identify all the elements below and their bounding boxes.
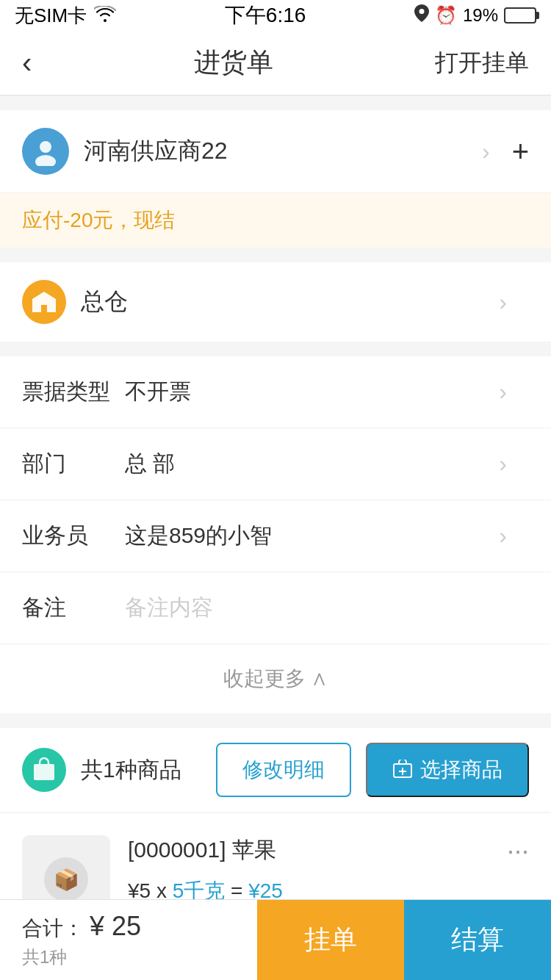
section-gap-3 [0, 342, 551, 356]
location-icon [414, 4, 429, 26]
product-title: 苹果 [232, 837, 276, 862]
battery-percent: 19% [463, 5, 498, 26]
staff-label: 业务员 [22, 521, 125, 551]
status-bar-time: 下午6:16 [225, 1, 306, 29]
total-count: 共1种 [22, 945, 235, 969]
section-gap-4 [0, 713, 551, 728]
edit-detail-button[interactable]: 修改明细 [216, 743, 351, 797]
collapse-label: 收起更多 ∧ [223, 667, 328, 690]
add-supplier-button[interactable]: + [512, 135, 529, 168]
total-section: 合计： ¥ 25 共1种 [0, 900, 257, 980]
remark-input[interactable]: 备注内容 [125, 593, 529, 623]
supplier-section: 河南供应商22 › + 应付-20元，现结 [0, 110, 551, 248]
notice-text: 应付-20元，现结 [22, 209, 175, 231]
warehouse-icon [22, 280, 66, 324]
staff-row[interactable]: 业务员 这是859的小智 › [0, 500, 551, 572]
back-button[interactable]: ‹ [22, 46, 32, 79]
warehouse-name: 总仓 [81, 286, 499, 318]
warehouse-row[interactable]: 总仓 › [0, 262, 551, 342]
remark-label: 备注 [22, 593, 125, 623]
dept-row[interactable]: 部门 总 部 › [0, 428, 551, 500]
warehouse-chevron-icon: › [499, 289, 507, 316]
svg-text:📦: 📦 [54, 868, 79, 892]
collapse-button[interactable]: 收起更多 ∧ [0, 644, 551, 713]
checkout-label: 结算 [451, 922, 504, 958]
select-product-button[interactable]: 选择商品 [366, 743, 529, 797]
total-label: 合计： [22, 915, 84, 943]
status-bar-right: ⏰ 19% [414, 4, 536, 26]
invoice-row[interactable]: 票据类型 不开票 › [0, 356, 551, 428]
product-menu-button[interactable]: ··· [507, 835, 529, 866]
section-gap-1 [0, 96, 551, 110]
supplier-avatar [22, 128, 69, 175]
product-count-icon [22, 748, 66, 792]
hang-button[interactable]: 挂单 [257, 900, 404, 980]
supplier-row[interactable]: 河南供应商22 › + [0, 110, 551, 193]
supplier-chevron-icon: › [482, 138, 490, 165]
notice-row: 应付-20元，现结 [0, 193, 551, 248]
product-info: [0000001] 苹果 ¥5 x 5千克 = ¥25 [128, 835, 507, 905]
battery-icon [504, 7, 536, 24]
invoice-value: 不开票 [125, 377, 499, 407]
svg-point-1 [35, 155, 56, 166]
nav-bar: ‹ 进货单 打开挂单 [0, 31, 551, 96]
product-code: [0000001] [128, 837, 226, 862]
bottom-bar: 合计： ¥ 25 共1种 挂单 结算 [0, 899, 551, 980]
total-amount: ¥ 25 [90, 911, 141, 942]
signal-text: 无SIM卡 [15, 3, 87, 29]
svg-point-0 [40, 141, 51, 153]
invoice-label: 票据类型 [22, 377, 125, 407]
select-product-label: 选择商品 [420, 756, 503, 784]
form-section: 票据类型 不开票 › 部门 总 部 › 业务员 这是859的小智 › 备注 备注… [0, 356, 551, 644]
staff-value: 这是859的小智 [125, 521, 499, 551]
select-product-icon [392, 760, 413, 780]
svg-rect-2 [34, 764, 54, 780]
product-name: [0000001] 苹果 [128, 835, 507, 865]
staff-chevron-icon: › [499, 522, 507, 550]
warehouse-section[interactable]: 总仓 › [0, 262, 551, 342]
open-hang-button[interactable]: 打开挂单 [435, 47, 529, 79]
hang-label: 挂单 [304, 922, 357, 958]
remark-row[interactable]: 备注 备注内容 [0, 572, 551, 644]
section-gap-2 [0, 248, 551, 262]
alarm-icon: ⏰ [435, 5, 457, 26]
dept-label: 部门 [22, 449, 125, 479]
checkout-button[interactable]: 结算 [404, 900, 551, 980]
invoice-chevron-icon: › [499, 378, 507, 406]
status-bar: 无SIM卡 下午6:16 ⏰ 19% [0, 0, 551, 31]
product-count-text: 共1种商品 [81, 755, 201, 785]
dept-chevron-icon: › [499, 450, 507, 478]
dept-value: 总 部 [125, 449, 499, 479]
page-title: 进货单 [194, 45, 273, 81]
product-header: 共1种商品 修改明细 选择商品 [0, 728, 551, 812]
wifi-icon [94, 4, 116, 27]
supplier-name: 河南供应商22 [84, 135, 482, 167]
status-bar-left: 无SIM卡 [15, 3, 116, 29]
